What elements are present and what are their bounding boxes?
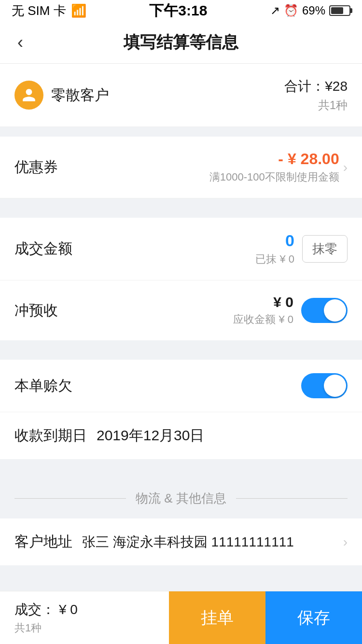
precharge-toggle[interactable]: [301, 298, 348, 323]
precharge-amount-area: ¥ 0 应收金额 ¥ 0: [233, 294, 293, 327]
sim-status: 无 SIM 卡: [12, 2, 66, 19]
divider-3: [0, 340, 362, 350]
transaction-section: 成交金额 0 已抹 ¥ 0 抹零 冲预收 ¥ 0 应收金额 ¥ 0: [0, 218, 362, 340]
logistics-title: 物流 & 其他信息: [136, 490, 226, 507]
logistics-line-left: [14, 498, 126, 499]
logistics-header: 物流 & 其他信息: [0, 478, 362, 518]
divider-4: [0, 459, 362, 469]
transaction-amount-area: 0 已抹 ¥ 0: [255, 231, 294, 266]
divider-1: [0, 127, 362, 137]
precharge-amount: ¥ 0: [233, 294, 293, 310]
location-icon: ↗: [270, 4, 280, 17]
battery-icon: [329, 5, 350, 16]
bottom-count: 共1种: [14, 621, 154, 635]
precharge-row: 冲预收 ¥ 0 应收金额 ¥ 0: [0, 280, 362, 340]
bottom-spacer: [0, 565, 362, 585]
precharge-right: ¥ 0 应收金额 ¥ 0: [233, 294, 348, 327]
address-chevron-icon: ›: [343, 534, 348, 550]
deal-amount: ¥ 0: [59, 602, 78, 617]
precharge-sub: 应收金额 ¥ 0: [233, 312, 293, 327]
pending-button[interactable]: 挂单: [169, 591, 265, 644]
save-button[interactable]: 保存: [265, 591, 362, 644]
customer-count: 共1种: [284, 98, 348, 113]
debt-row: 本单赊欠: [0, 360, 362, 412]
coupon-right: - ¥ 28.00 满1000-100不限制使用金额 ›: [209, 150, 348, 184]
bottom-info: 成交： ¥ 0 共1种: [0, 601, 169, 635]
nav-bar: ‹ 填写结算等信息: [0, 21, 362, 64]
status-bar: 无 SIM 卡 📶 下午3:18 ↗ ⏰ 69%: [0, 0, 362, 21]
transaction-sub: 已抹 ¥ 0: [255, 252, 294, 266]
content: 零散客户 合计：¥28 共1种 优惠券 - ¥ 28.00 满1000-100不…: [0, 64, 362, 643]
logistics-line-right: [236, 498, 348, 499]
status-right: ↗ ⏰ 69%: [270, 4, 350, 17]
bottom-bar: 成交： ¥ 0 共1种 挂单 保存: [0, 591, 362, 644]
status-left: 无 SIM 卡 📶: [12, 2, 86, 19]
page-title: 填写结算等信息: [124, 31, 238, 54]
transaction-row: 成交金额 0 已抹 ¥ 0 抹零: [0, 218, 362, 280]
debt-toggle[interactable]: [301, 373, 348, 398]
coupon-row[interactable]: 优惠券 - ¥ 28.00 满1000-100不限制使用金额 ›: [0, 137, 362, 198]
debt-label: 本单赊欠: [14, 376, 72, 396]
customer-row: 零散客户 合计：¥28 共1种: [0, 64, 362, 127]
back-button[interactable]: ‹: [14, 28, 27, 56]
avatar: [14, 81, 43, 110]
debt-toggle-knob: [324, 375, 346, 397]
coupon-value: - ¥ 28.00 满1000-100不限制使用金额: [209, 150, 339, 184]
duedate-row: 收款到期日 2019年12月30日: [0, 412, 362, 459]
transaction-right: 0 已抹 ¥ 0 抹零: [255, 231, 348, 266]
coupon-desc: 满1000-100不限制使用金额: [209, 170, 339, 184]
precharge-label: 冲预收: [14, 301, 58, 321]
coupon-label: 优惠券: [14, 157, 58, 177]
alarm-icon: ⏰: [284, 4, 298, 17]
status-time: 下午3:18: [149, 1, 207, 21]
divider-2: [0, 198, 362, 208]
customer-right: 合计：¥28 共1种: [284, 77, 348, 113]
debt-section: 本单赊欠 收款到期日 2019年12月30日: [0, 360, 362, 459]
address-label: 客户地址: [14, 532, 72, 552]
deal-label: 成交：: [14, 601, 55, 619]
customer-name: 零散客户: [51, 85, 109, 105]
bottom-deal: 成交： ¥ 0: [14, 601, 154, 619]
customer-left: 零散客户: [14, 81, 109, 110]
address-row[interactable]: 客户地址 张三 海淀永丰科技园 11111111111 ›: [0, 518, 362, 565]
battery-percent: 69%: [302, 4, 325, 17]
transaction-amount: 0: [255, 231, 294, 250]
wifi-icon: 📶: [71, 3, 86, 18]
chevron-right-icon: ›: [343, 160, 348, 175]
toggle-knob: [324, 299, 346, 322]
address-value: 张三 海淀永丰科技园 11111111111: [82, 533, 343, 551]
coupon-amount: - ¥ 28.00: [209, 150, 339, 168]
duedate-value: 2019年12月30日: [97, 426, 204, 446]
logistics-section: 物流 & 其他信息: [0, 478, 362, 518]
customer-total: 合计：¥28: [284, 77, 348, 96]
round-zero-button[interactable]: 抹零: [302, 235, 348, 263]
duedate-label: 收款到期日: [14, 426, 87, 446]
transaction-label: 成交金额: [14, 239, 72, 259]
